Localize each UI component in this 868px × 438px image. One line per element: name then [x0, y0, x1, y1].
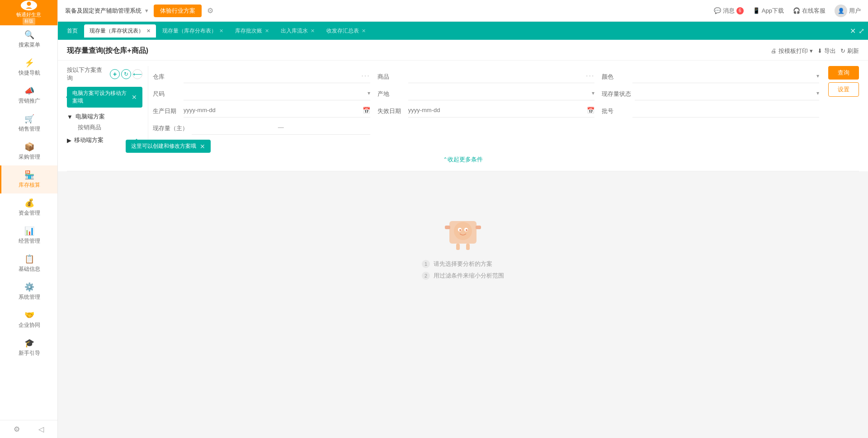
empty-illustration — [436, 207, 490, 253]
sidebar-item-purchase[interactable]: 📦 采购管理 — [0, 137, 57, 165]
filter-row-prod-date: 生产日期 📅 — [153, 105, 370, 118]
sidebar-item-label: 快捷导航 — [19, 69, 40, 77]
goods-label: 商品 — [377, 73, 405, 81]
sidebar-item-operations[interactable]: 📊 经营管理 — [0, 221, 57, 250]
sidebar-item-guide[interactable]: 🎓 新手引导 — [0, 334, 57, 362]
goods-input[interactable] — [408, 71, 586, 81]
set-btn[interactable]: 设置 — [828, 82, 859, 97]
sidebar-item-cooperation[interactable]: 🤝 企业协同 — [0, 306, 57, 334]
message-label: 消息 — [723, 7, 735, 15]
size-dropdown-icon[interactable]: ▾ — [368, 90, 370, 96]
sidebar-item-label: 营销推广 — [19, 97, 40, 105]
collapse-arrow-icon: ⌃ — [443, 156, 448, 163]
origin-label: 产地 — [377, 90, 405, 98]
system-icon: ⚙️ — [24, 282, 34, 292]
search-btn[interactable]: 查询 — [828, 66, 859, 80]
tab-receipt-summary[interactable]: 收发存汇总表 ✕ — [321, 24, 371, 38]
expire-date-input[interactable] — [408, 105, 585, 115]
warehouse-input[interactable] — [184, 71, 361, 81]
purchase-icon: 📦 — [24, 142, 34, 152]
import-scheme-btn[interactable]: ⟵ — [132, 69, 142, 79]
expire-date-calendar-icon[interactable]: 📅 — [587, 107, 594, 114]
cooperation-icon: 🤝 — [24, 310, 34, 320]
create-scheme-close[interactable]: ✕ — [200, 143, 205, 150]
tab-receipt-summary-close[interactable]: ✕ — [362, 28, 366, 34]
scheme-tooltip-close[interactable]: ✕ — [132, 94, 137, 101]
color-input[interactable] — [632, 71, 816, 81]
add-scheme-btn[interactable]: + — [110, 69, 120, 79]
filter-row-origin: 产地 ▾ — [377, 88, 595, 100]
topbar: 装备及固定资产辅助管理系统 ▾ 体验行业方案 ⚙ 💬 消息 6 📱 App下载 … — [58, 0, 868, 22]
tab-home[interactable]: 首页 — [61, 24, 83, 38]
sidebar-item-marketing[interactable]: 📣 营销推广 — [0, 81, 57, 109]
tab-close-all-btn[interactable]: ✕ — [850, 27, 856, 35]
stock-status-input[interactable] — [635, 88, 816, 98]
page-header: 现存量查询(按仓库+商品) 🖨 按模板打印 ▾ ⬇ 导出 ↻ 刷新 — [58, 40, 868, 61]
tab-in-out-flow-close[interactable]: ✕ — [311, 28, 315, 34]
sidebar-collapse-btn[interactable]: ◁ — [38, 425, 44, 433]
filter-label: 按以下方案查询 — [67, 66, 107, 82]
sidebar-item-sales[interactable]: 🛒 销售管理 — [0, 109, 57, 137]
scheme-item-sales-goods[interactable]: 按销商品 — [74, 122, 142, 133]
sidebar-item-search[interactable]: 🔍 搜索菜单 — [0, 25, 57, 53]
app-download-item[interactable]: 📱 App下载 — [753, 7, 784, 15]
tab-inventory-distribution[interactable]: 现存量（库存分布表） ✕ — [157, 24, 229, 38]
tab-batch-account-close[interactable]: ✕ — [265, 28, 269, 34]
tab-in-out-flow[interactable]: 出入库流水 ✕ — [275, 24, 320, 38]
settings-icon[interactable]: ⚙ — [207, 6, 213, 15]
filter-row-stock-main: 现存量（主） — — [153, 122, 370, 135]
sidebar-item-inventory[interactable]: 🏪 库存核算 — [0, 165, 57, 193]
online-service-item[interactable]: 🎧 在线客服 — [793, 7, 826, 15]
prod-date-input[interactable] — [184, 105, 361, 115]
sidebar-item-quick-nav[interactable]: ⚡ 快捷导航 — [0, 53, 57, 81]
app-tag: 标版 — [23, 18, 35, 25]
sidebar-item-finance[interactable]: 💰 资金管理 — [0, 193, 57, 221]
sidebar-item-label: 资金管理 — [19, 209, 40, 217]
search-btn-wrap: 查询 设置 — [828, 66, 859, 147]
industry-btn[interactable]: 体验行业方案 — [154, 5, 202, 17]
tab-inventory-status[interactable]: 现存量（库存状况表） ✕ — [84, 24, 156, 38]
origin-input[interactable] — [408, 88, 592, 98]
svg-rect-8 — [476, 226, 481, 229]
refresh-scheme-btn[interactable]: ↻ — [121, 69, 131, 79]
operations-icon: 📊 — [24, 226, 34, 236]
size-label: 尺码 — [153, 90, 180, 98]
prod-date-label: 生产日期 — [153, 107, 180, 115]
step-2-text: 用过滤条件来缩小分析范围 — [434, 272, 504, 280]
batch-input[interactable] — [632, 105, 819, 115]
system-dropdown-icon[interactable]: ▾ — [145, 7, 148, 14]
step-1-num: 1 — [422, 260, 430, 268]
filter-grid: 仓库 ··· 商品 ··· — [153, 71, 819, 135]
prod-date-calendar-icon[interactable]: 📅 — [363, 107, 370, 114]
scheme-panel: 按以下方案查询 + ↻ ⟵ 电脑方案可设为移动方案哦 ✕ — [67, 66, 148, 147]
collapse-btn[interactable]: ⌃ 收起更多条件 — [58, 151, 868, 165]
tab-fullscreen-btn[interactable]: ⤢ — [859, 27, 864, 35]
origin-dropdown-icon[interactable]: ▾ — [592, 90, 594, 96]
tab-batch-account[interactable]: 库存批次账 ✕ — [230, 24, 274, 38]
sidebar-settings-btn[interactable]: ⚙ — [14, 425, 20, 433]
desktop-scheme-header[interactable]: ▼ 电脑端方案 — [67, 111, 142, 122]
export-btn[interactable]: ⬇ 导出 — [817, 47, 836, 55]
color-dropdown-icon[interactable]: ▾ — [816, 73, 819, 79]
desktop-scheme-group: ▼ 电脑端方案 按销商品 — [67, 111, 142, 133]
goods-dots: ··· — [586, 72, 594, 80]
sidebar-item-label: 新手引导 — [19, 349, 40, 357]
filter-row-color: 颜色 ▾ — [602, 71, 819, 83]
stock-status-dropdown-icon[interactable]: ▾ — [816, 90, 819, 96]
print-btn[interactable]: 🖨 按模板打印 ▾ — [771, 47, 813, 55]
stock-main-from-input[interactable] — [192, 122, 274, 132]
svg-rect-7 — [445, 226, 450, 229]
empty-steps: 1 请先选择要分析的方案 2 用过滤条件来缩小分析范围 — [422, 260, 504, 280]
refresh-btn[interactable]: ↻ 刷新 — [840, 47, 859, 55]
tab-inventory-distribution-close[interactable]: ✕ — [219, 28, 223, 34]
scheme-tooltip-text: 电脑方案可设为移动方案哦 — [72, 89, 128, 105]
user-item[interactable]: 👤 用户 — [835, 5, 861, 17]
print-label: 按模板打印 — [778, 47, 808, 55]
stock-main-to-input[interactable] — [288, 122, 370, 132]
message-item[interactable]: 💬 消息 6 — [714, 7, 744, 15]
export-label: 导出 — [824, 47, 836, 55]
sidebar-item-basic[interactable]: 📋 基础信息 — [0, 250, 57, 278]
size-input[interactable] — [184, 88, 368, 98]
tab-inventory-status-close[interactable]: ✕ — [146, 28, 151, 34]
sidebar-item-system[interactable]: ⚙️ 系统管理 — [0, 278, 57, 306]
